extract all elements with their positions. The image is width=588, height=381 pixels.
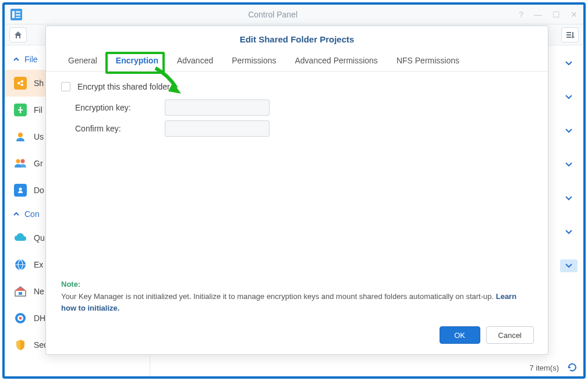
svg-rect-1 bbox=[12, 11, 15, 18]
note-block: Note: Your Key Manager is not initialize… bbox=[61, 279, 533, 314]
file-icon bbox=[14, 104, 27, 116]
user-icon bbox=[14, 130, 27, 143]
expand-chevron[interactable] bbox=[560, 259, 578, 272]
expand-chevron[interactable] bbox=[560, 124, 578, 137]
expand-chevron[interactable] bbox=[560, 57, 578, 70]
item-count: 7 item(s) bbox=[529, 364, 559, 372]
svg-rect-5 bbox=[566, 32, 571, 33]
expand-chevron[interactable] bbox=[560, 192, 578, 205]
status-footer: 7 item(s) bbox=[529, 362, 578, 373]
chevron-up-icon bbox=[13, 56, 20, 63]
tab-general[interactable]: General bbox=[59, 50, 107, 71]
network-icon bbox=[14, 285, 27, 298]
cloud-icon bbox=[14, 232, 27, 244]
sidebar-item-label: Do bbox=[34, 186, 44, 195]
tab-advanced-permissions[interactable]: Advanced Permissions bbox=[285, 50, 387, 71]
globe-icon bbox=[14, 258, 27, 271]
note-text: Your Key Manager is not initialized yet.… bbox=[61, 292, 494, 301]
home-button[interactable] bbox=[9, 27, 27, 42]
close-icon[interactable]: ✕ bbox=[571, 10, 578, 19]
domain-icon bbox=[14, 184, 27, 197]
sidebar-item-label: Ex bbox=[34, 260, 43, 269]
confirm-key-input[interactable] bbox=[165, 120, 270, 137]
expand-chevron[interactable] bbox=[560, 226, 578, 238]
section-label: Con bbox=[24, 209, 40, 219]
tab-nfs-permissions[interactable]: NFS Permissions bbox=[387, 50, 469, 71]
sort-button[interactable] bbox=[561, 27, 579, 42]
window-controls: ? — ☐ ✕ bbox=[519, 10, 578, 19]
titlebar: Control Panel ? — ☐ ✕ bbox=[5, 5, 583, 24]
window-title: Control Panel bbox=[27, 10, 519, 19]
svg-rect-7 bbox=[566, 37, 571, 38]
encryption-key-input[interactable] bbox=[165, 99, 270, 116]
cancel-button[interactable]: Cancel bbox=[486, 326, 534, 344]
shield-icon bbox=[14, 339, 27, 351]
section-label: File bbox=[24, 55, 38, 64]
svg-point-13 bbox=[21, 159, 25, 163]
encryption-key-label: Encryption key: bbox=[75, 103, 165, 112]
ok-button[interactable]: OK bbox=[440, 326, 480, 344]
chevron-up-icon bbox=[13, 211, 20, 218]
svg-rect-4 bbox=[16, 17, 20, 18]
sidebar-item-label: Ne bbox=[34, 287, 44, 296]
tab-advanced[interactable]: Advanced bbox=[168, 50, 222, 71]
tab-encryption[interactable]: Encryption bbox=[107, 50, 168, 71]
svg-rect-6 bbox=[566, 34, 571, 35]
svg-point-12 bbox=[16, 159, 20, 163]
svg-point-14 bbox=[19, 188, 22, 191]
svg-rect-2 bbox=[16, 11, 20, 13]
group-icon bbox=[14, 157, 27, 170]
minimize-icon[interactable]: — bbox=[534, 10, 542, 19]
refresh-icon[interactable] bbox=[567, 362, 578, 373]
edit-shared-folder-dialog: Edit Shared Folder Projects General Encr… bbox=[45, 26, 548, 355]
sidebar-item-label: Sh bbox=[34, 79, 44, 88]
sidebar-item-label: Fil bbox=[34, 105, 42, 115]
app-icon bbox=[10, 9, 22, 20]
svg-rect-16 bbox=[19, 292, 22, 295]
encrypt-checkbox-row[interactable]: Encrypt this shared folder bbox=[61, 82, 533, 91]
sidebar-item-label: Us bbox=[34, 132, 44, 141]
help-icon[interactable]: ? bbox=[519, 10, 523, 19]
checkbox-icon[interactable] bbox=[61, 82, 70, 91]
sidebar-item-label: Gr bbox=[34, 159, 43, 168]
dialog-title: Edit Shared Folder Projects bbox=[46, 26, 548, 50]
svg-point-11 bbox=[18, 133, 23, 137]
expand-chevron[interactable] bbox=[560, 91, 578, 104]
dhcp-icon bbox=[14, 312, 27, 325]
sidebar-item-label: DH bbox=[34, 314, 45, 323]
form-area: Encrypt this shared folder Encryption ke… bbox=[46, 72, 548, 354]
expand-chevron[interactable] bbox=[560, 158, 578, 171]
share-icon bbox=[14, 77, 27, 90]
checkbox-label: Encrypt this shared folder bbox=[77, 82, 170, 91]
svg-point-19 bbox=[19, 317, 22, 320]
note-header: Note: bbox=[61, 279, 533, 290]
confirm-key-label: Confirm key: bbox=[75, 124, 165, 133]
svg-rect-3 bbox=[16, 14, 20, 16]
sidebar-item-label: Qu bbox=[34, 233, 45, 243]
maximize-icon[interactable]: ☐ bbox=[552, 10, 560, 19]
tab-bar: General Encryption Advanced Permissions … bbox=[46, 50, 548, 72]
tab-permissions[interactable]: Permissions bbox=[222, 50, 285, 71]
